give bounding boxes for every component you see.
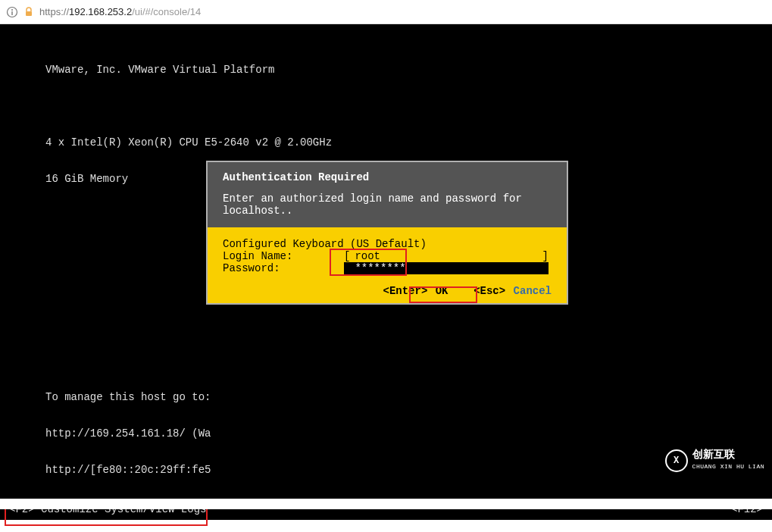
svg-rect-3 (26, 11, 32, 16)
host-url-1: http://169.254.161.18/ (Wa (0, 427, 772, 440)
svg-rect-2 (11, 11, 12, 15)
password-row: Password: [ ******** ] (223, 262, 552, 274)
ok-button[interactable]: <Enter> OK (383, 285, 455, 297)
vmware-console: VMware, Inc. VMware Virtual Platform 4 x… (0, 24, 772, 499)
password-label: Password: (223, 262, 344, 274)
auth-dialog-title: Authentication Required (223, 171, 552, 183)
divider (0, 499, 772, 509)
info-icon (6, 6, 18, 18)
watermark-sub: CHUANG XIN HU LIAN (692, 461, 764, 473)
login-name-value: root (352, 250, 380, 262)
auth-dialog-header: Authentication Required Enter an authori… (208, 162, 567, 227)
password-value: ******** (352, 262, 405, 274)
cancel-button[interactable]: <Esc> Cancel (474, 285, 552, 297)
host-url-2: http://[fe80::20c:29ff:fe5 (0, 464, 772, 476)
login-name-label: Login Name: (223, 250, 344, 262)
url-host: 192.168.253.2 (69, 6, 132, 17)
login-name-field[interactable]: [ root ] (344, 250, 549, 262)
url-path: /ui/#/console/14 (132, 6, 201, 17)
cpu-line: 4 x Intel(R) Xeon(R) CPU E5-2640 v2 @ 2.… (0, 136, 772, 149)
watermark: X 创新互联 CHUANG XIN HU LIAN (665, 449, 764, 473)
keyboard-config-line: Configured Keyboard (US Default) (223, 238, 552, 250)
lock-warning-icon (23, 6, 35, 18)
address-bar: https://192.168.253.2/ui/#/console/14 (0, 0, 772, 24)
url-display[interactable]: https://192.168.253.2/ui/#/console/14 (39, 6, 201, 17)
password-field[interactable]: [ ******** ] (344, 262, 549, 274)
svg-point-1 (11, 9, 13, 11)
auth-dialog: Authentication Required Enter an authori… (206, 161, 568, 305)
login-name-row: Login Name: [ root ] (223, 250, 552, 262)
url-proto: https:// (39, 6, 69, 17)
watermark-logo-icon: X (665, 449, 688, 472)
watermark-brand: 创新互联 (692, 449, 764, 461)
auth-dialog-message: Enter an authorized login name and passw… (223, 192, 552, 217)
auth-dialog-body: Configured Keyboard (US Default) Login N… (208, 227, 567, 303)
auth-dialog-actions: <Enter> OK <Esc> Cancel (223, 274, 552, 297)
vendor-line: VMware, Inc. VMware Virtual Platform (0, 64, 772, 76)
manage-host-line: To manage this host go to: (0, 391, 772, 403)
